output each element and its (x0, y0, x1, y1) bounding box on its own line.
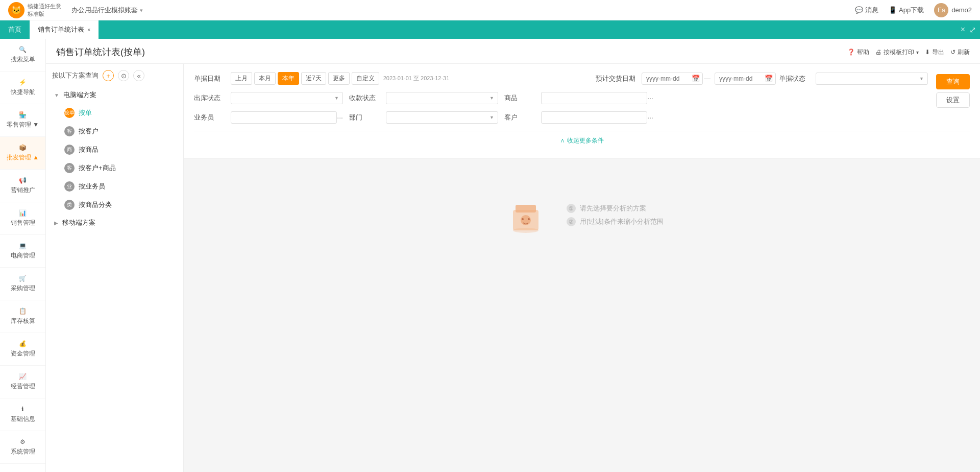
goods-label: 商品 (504, 93, 535, 103)
user-profile[interactable]: Ea demo2 (934, 3, 972, 17)
window-close-icon[interactable]: × (961, 25, 965, 34)
customer-wrap: ··· (541, 111, 653, 124)
retail-icon: 🏪 (2, 111, 43, 119)
calendar-from-icon[interactable]: 📅 (692, 75, 700, 82)
expected-date-group: 📅 — 📅 (642, 73, 773, 85)
settings-scheme-btn[interactable]: ⊙ (118, 70, 129, 81)
btn-last-7days[interactable]: 近7天 (301, 72, 326, 85)
customer-input[interactable] (541, 111, 647, 124)
logo-text: 畅捷通好生意 标准版 (28, 3, 61, 17)
sidebar: 🔍 搜索菜单 ⚡ 快捷导航 🏪 零售管理 ▼ 📦 批发管理 ▲ 📢 营销推广 📊… (0, 39, 46, 472)
sidebar-item-purchase[interactable]: 🛒 采购管理 (0, 268, 45, 300)
logo-box: 🐱 畅捷通好生意 标准版 (8, 2, 61, 18)
window-maximize-icon[interactable]: ⤢ (969, 25, 976, 35)
btn-custom-date[interactable]: 自定义 (352, 72, 379, 85)
collapse-panel-btn[interactable]: « (133, 70, 144, 81)
tab-home[interactable]: 首页 (0, 20, 30, 39)
refresh-button[interactable]: ↺ 刷新 (950, 48, 970, 57)
tab-close-icon[interactable]: × (87, 27, 90, 33)
date-from-wrap: 📅 (642, 73, 700, 85)
app-download-icon: 📱 (889, 6, 897, 14)
calendar-to-icon[interactable]: 📅 (765, 75, 773, 82)
sidebar-item-enterprise[interactable]: 🤝 企业协同 (0, 464, 45, 472)
finance-icon: 💰 (2, 340, 43, 347)
sidebar-item-retail[interactable]: 🏪 零售管理 ▼ (0, 104, 45, 137)
ship-status-select[interactable] (231, 92, 343, 104)
sidebar-item-quick[interactable]: ⚡ 快捷导航 (0, 72, 45, 104)
payment-status-select[interactable] (386, 92, 498, 104)
tree-item-by-order[interactable]: 按单 按单 (46, 104, 183, 122)
department-wrap (386, 111, 498, 124)
content-area: 按以下方案查询 + ⊙ « ▼ 电脑端方案 (46, 64, 980, 472)
sidebar-item-ecommerce[interactable]: 💻 电商管理 (0, 235, 45, 268)
sidebar-item-sales[interactable]: 📊 销售管理 (0, 202, 45, 235)
setting-button[interactable]: 设置 (936, 92, 970, 108)
help-button[interactable]: ❓ 帮助 (847, 48, 869, 57)
tree-item-by-category[interactable]: 类 按商品分类 (46, 196, 183, 214)
system-icon: ⚙ (2, 438, 43, 445)
goods-ellipsis-btn[interactable]: ··· (647, 94, 653, 102)
tab-bar: 首页 销售订单统计表 × × ⤢ (0, 20, 980, 39)
right-panel: 单据日期 上月 本月 本年 近7天 更多 自定义 2023-01-01 至 20… (184, 64, 980, 472)
doc-status-select[interactable] (816, 73, 928, 85)
date-label: 单据日期 (194, 74, 225, 83)
sidebar-item-finance[interactable]: 💰 资金管理 (0, 333, 45, 366)
add-scheme-btn[interactable]: + (103, 70, 114, 81)
tree-item-by-goods[interactable]: 商 按商品 (46, 140, 183, 159)
tree-item-by-salesman[interactable]: 业 按业务员 (46, 177, 183, 196)
btn-last-month[interactable]: 上月 (231, 72, 252, 85)
app-download-btn[interactable]: 📱 App下载 (889, 6, 924, 15)
salesman-wrap: ··· (231, 111, 343, 124)
tree-item-by-customer[interactable]: 客 按客户 (46, 122, 183, 140)
sidebar-item-operations[interactable]: 📈 经营管理 (0, 366, 45, 398)
filter-section: 单据日期 上月 本月 本年 近7天 更多 自定义 2023-01-01 至 20… (184, 64, 980, 159)
page-header: 销售订单统计表(按单) ❓ 帮助 🖨 按模板打印 ▾ ⬇ 导出 ↺ 刷新 (46, 39, 980, 64)
print-button[interactable]: 🖨 按模板打印 ▾ (875, 48, 919, 57)
logo-icon: 🐱 (8, 2, 24, 18)
sidebar-item-inventory[interactable]: 📋 库存核算 (0, 300, 45, 333)
department-select[interactable] (386, 111, 498, 124)
empty-row: ① 请先选择要分析的方案 ② 用[过滤]条件来缩小分析范围 (500, 190, 663, 241)
sidebar-item-marketing[interactable]: 📢 营销推广 (0, 170, 45, 202)
sales-icon: 📊 (2, 209, 43, 217)
department-label: 部门 (349, 113, 380, 122)
sidebar-item-search[interactable]: 🔍 搜索菜单 (0, 39, 45, 72)
svg-point-5 (528, 218, 530, 220)
left-panel: 按以下方案查询 + ⊙ « ▼ 电脑端方案 (46, 64, 184, 472)
app-title[interactable]: 办公用品行业模拟账套 ▾ (71, 6, 143, 15)
print-icon: 🖨 (875, 49, 881, 56)
btn-this-month[interactable]: 本月 (254, 72, 276, 85)
tab-active[interactable]: 销售订单统计表 × (30, 20, 99, 39)
sidebar-item-system[interactable]: ⚙ 系统管理 (0, 431, 45, 464)
salesman-ellipsis-btn[interactable]: ··· (337, 113, 343, 122)
sidebar-item-basics[interactable]: ℹ 基础信息 (0, 398, 45, 431)
doc-status-label: 单据状态 (779, 74, 810, 83)
salesman-input[interactable] (231, 111, 337, 124)
empty-tip-1: ① 请先选择要分析的方案 (567, 204, 663, 213)
purchase-icon: 🛒 (2, 275, 43, 282)
tip-2-num: ② (567, 217, 576, 226)
collapse-bar[interactable]: ∧ 收起更多条件 (194, 131, 970, 150)
settings-icon: ⊙ (121, 72, 127, 80)
date-to-wrap: 📅 (715, 73, 773, 85)
btn-more-date[interactable]: 更多 (328, 72, 350, 85)
action-buttons: 查询 设置 (936, 72, 970, 108)
salesman-label: 业务员 (194, 113, 225, 122)
empty-tips: ① 请先选择要分析的方案 ② 用[过滤]条件来缩小分析范围 (567, 204, 663, 226)
tree-item-by-customer-goods[interactable]: 客 按客户+商品 (46, 159, 183, 177)
filter-row-1: 单据日期 上月 本月 本年 近7天 更多 自定义 2023-01-01 至 20… (194, 72, 928, 85)
payment-status-label: 收款状态 (349, 93, 380, 103)
customer-ellipsis-btn[interactable]: ··· (647, 113, 653, 122)
top-bar-left: 🐱 畅捷通好生意 标准版 办公用品行业模拟账套 ▾ (8, 2, 143, 18)
by-category-icon: 类 (64, 200, 75, 210)
goods-input[interactable] (541, 92, 647, 104)
mobile-group[interactable]: ▶ 移动端方案 (46, 214, 183, 231)
empty-illustration (500, 190, 551, 241)
btn-this-year[interactable]: 本年 (278, 72, 299, 85)
message-btn[interactable]: 💬 消息 (855, 6, 878, 15)
sidebar-item-wholesale[interactable]: 📦 批发管理 ▲ (0, 137, 45, 170)
export-button[interactable]: ⬇ 导出 (925, 48, 944, 57)
pc-group[interactable]: ▼ 电脑端方案 (46, 86, 183, 104)
search-icon: 🔍 (2, 46, 43, 53)
search-button[interactable]: 查询 (936, 74, 970, 89)
